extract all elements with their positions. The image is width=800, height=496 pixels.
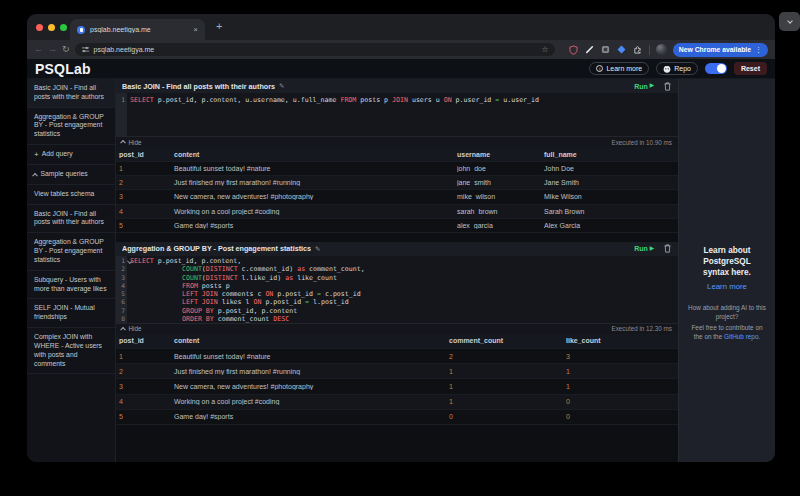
table-cell: Alex Garcia xyxy=(541,222,678,229)
panel2-delete-button[interactable] xyxy=(663,244,672,254)
sidebar-item-sample-query[interactable]: View tables schema xyxy=(27,185,115,205)
extension-cluster: New Chrome available ⋮ xyxy=(569,43,768,57)
code-token: p.post_id, p.content, u.username, u.full… xyxy=(154,96,341,104)
panel2-hide-bar: Hide Executed in 12.30 ms xyxy=(116,323,678,334)
extensions-puzzle-icon[interactable] xyxy=(633,45,643,55)
play-icon: ▶ xyxy=(650,246,654,252)
ai-note-text: How about adding AI to this project? xyxy=(687,304,767,321)
code-token: DISTINCT xyxy=(206,274,238,282)
table-cell: Working on a cool project #coding xyxy=(171,398,446,405)
edit-pencil-icon[interactable]: ✎ xyxy=(315,246,320,253)
url-text: psqlab.neetigya.me xyxy=(94,46,155,53)
table-cell: 0 xyxy=(446,413,563,420)
collapse-chevron-button[interactable] xyxy=(779,12,800,31)
table-row: 5Game day! #sportsalex_garciaAlex Garcia xyxy=(116,219,678,233)
sidebar-item-sample-query[interactable]: Subquery - Users with more than average … xyxy=(27,271,115,300)
code-token: l.like_id) xyxy=(238,274,286,282)
learn-more-label: Learn more xyxy=(606,65,642,72)
theme-toggle[interactable] xyxy=(705,63,727,74)
panel1-run-button[interactable]: Run ▶ xyxy=(634,83,654,90)
sidebar-sample-queries: View tables schemaBasic JOIN - Find all … xyxy=(27,185,115,375)
sidebar-item-sample-query[interactable]: SELF JOIN - Mutual friendships xyxy=(27,299,115,328)
sidebar-item-open-query[interactable]: Aggregation & GROUP BY - Post engagement… xyxy=(27,108,115,145)
site-settings-icon[interactable] xyxy=(81,45,90,54)
code-line[interactable]: COUNT(DISTINCT l.like_id) as like_count xyxy=(130,274,678,282)
address-bar[interactable]: psqlab.neetigya.me ☆ xyxy=(75,43,555,56)
minimize-window-button[interactable] xyxy=(48,24,55,31)
square-extension-icon[interactable] xyxy=(601,45,611,55)
run-label: Run xyxy=(634,83,648,90)
code-line[interactable]: FROM posts p xyxy=(130,282,678,290)
learn-more-button[interactable]: i Learn more xyxy=(589,62,649,75)
shield-extension-icon[interactable] xyxy=(569,45,579,55)
code-token: posts p xyxy=(198,282,230,290)
line-number: 6 xyxy=(116,298,125,306)
tab-close-icon[interactable]: × xyxy=(193,26,198,34)
code-token: GROUP BY xyxy=(182,307,214,315)
table-row: 3New camera, new adventures! #photograph… xyxy=(116,190,678,204)
table-cell: Just finished my first marathon! #runnin… xyxy=(171,368,446,375)
column-header: post_id xyxy=(116,337,171,344)
github-repo-link[interactable]: GitHub repo. xyxy=(724,333,760,340)
code-line[interactable]: SELECT p.post_id, p.content, u.username,… xyxy=(130,94,678,106)
code-line[interactable]: LEFT JOIN comments c ON p.post_id = c.po… xyxy=(130,290,678,298)
code-line[interactable]: SELECT p.post_id, p.content, xyxy=(130,257,678,265)
table-cell: jane_smith xyxy=(454,179,541,186)
learn-more-link[interactable]: Learn more xyxy=(687,282,767,291)
panel2-sql-editor[interactable]: 12345678 SELECT p.post_id, p.content,COU… xyxy=(116,256,678,323)
table-cell: 5 xyxy=(116,413,171,420)
close-window-button[interactable] xyxy=(36,24,43,31)
panel2-run-button[interactable]: Run ▶ xyxy=(634,245,654,252)
pen-extension-icon[interactable] xyxy=(585,45,595,55)
editor-code[interactable]: SELECT p.post_id, p.content,COUNT(DISTIN… xyxy=(127,256,678,323)
trash-icon xyxy=(664,244,671,253)
panel1-delete-button[interactable] xyxy=(663,81,672,91)
reload-icon[interactable]: ↻ xyxy=(62,45,70,54)
code-line[interactable]: GROUP BY p.post_id, p.content xyxy=(130,307,678,315)
repo-button[interactable]: Repo xyxy=(656,62,698,75)
line-number: 3 xyxy=(116,274,125,282)
code-line[interactable]: ORDER BY comment_count DESC xyxy=(130,315,678,323)
forward-icon[interactable]: → xyxy=(48,45,57,54)
hide-results-button[interactable]: Hide xyxy=(129,325,142,332)
edit-pencil-icon[interactable]: ✎ xyxy=(279,83,284,90)
code-token: u.user_id xyxy=(499,96,539,104)
sidebar-item-sample-query[interactable]: Complex JOIN with WHERE - Active users w… xyxy=(27,328,115,374)
sidebar-item-sample-query[interactable]: Aggregation & GROUP BY - Post engagement… xyxy=(27,233,115,270)
main-content: Basic JOIN - Find all posts with their a… xyxy=(116,79,678,462)
add-query-label: Add query xyxy=(42,150,73,159)
line-number: 2 xyxy=(116,265,125,273)
diamond-extension-icon[interactable] xyxy=(617,45,627,55)
table-cell: Jane Smith xyxy=(541,179,678,186)
panel2-results-table: post_idcontentcomment_countlike_count1Be… xyxy=(116,334,678,425)
table-cell: 1 xyxy=(116,353,171,360)
code-line[interactable]: LEFT JOIN likes l ON p.post_id = l.post_… xyxy=(130,298,678,306)
sample-queries-toggle[interactable]: Sample queries xyxy=(27,165,115,185)
sidebar-item-sample-query[interactable]: Basic JOIN - Find all posts with their a… xyxy=(27,205,115,234)
panel1-sql-editor[interactable]: 1 SELECT p.post_id, p.content, u.usernam… xyxy=(116,93,678,136)
add-query-button[interactable]: + Add query xyxy=(27,145,115,165)
sidebar-item-open-query[interactable]: Basic JOIN - Find all posts with their a… xyxy=(27,79,115,108)
code-token: comment_count xyxy=(214,315,274,323)
info-title-line1: Learn about PostgreSQL xyxy=(687,245,767,267)
hide-results-button[interactable]: Hide xyxy=(129,139,142,146)
back-icon[interactable]: ← xyxy=(34,45,43,54)
editor-code[interactable]: SELECT p.post_id, p.content, u.username,… xyxy=(127,93,678,136)
browser-tab[interactable]: psqlab.neetigya.me × xyxy=(70,19,205,40)
code-token: SELECT xyxy=(130,96,154,104)
info-icon: i xyxy=(596,65,603,72)
table-row: 3New camera, new adventures! #photograph… xyxy=(116,379,678,394)
code-line[interactable]: COUNT(DISTINCT c.comment_id) as comment_… xyxy=(130,265,678,273)
table-cell: New camera, new adventures! #photography xyxy=(171,383,446,390)
reset-button[interactable]: Reset xyxy=(734,62,767,75)
toolbar-divider xyxy=(649,45,650,55)
bookmark-star-icon[interactable]: ☆ xyxy=(541,46,548,54)
zoom-window-button[interactable] xyxy=(60,24,67,31)
profile-avatar[interactable] xyxy=(656,44,667,55)
new-tab-button[interactable]: + xyxy=(216,20,222,32)
chrome-update-button[interactable]: New Chrome available ⋮ xyxy=(673,43,768,57)
table-cell: alex_garcia xyxy=(454,222,541,229)
code-token: LEFT JOIN xyxy=(182,298,218,306)
overflow-menu-icon[interactable]: ⋮ xyxy=(755,46,762,54)
code-token: p.post_id, p.content, xyxy=(154,257,241,265)
